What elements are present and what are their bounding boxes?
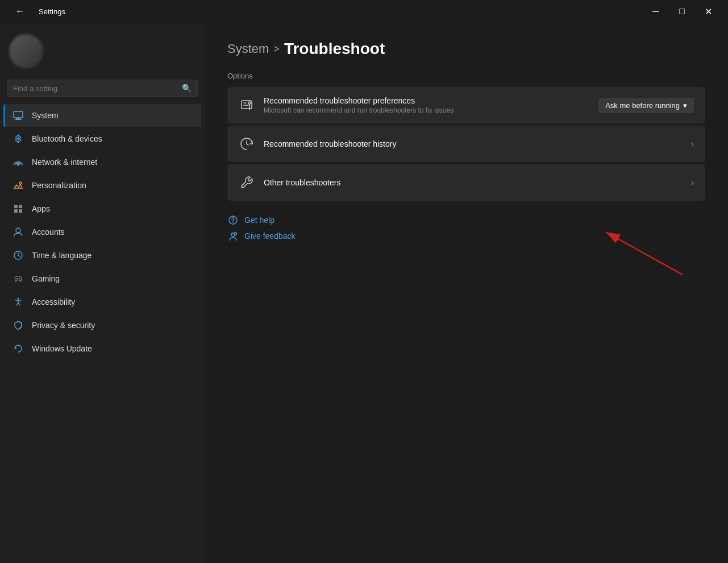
history-icon [239,136,255,152]
svg-point-9 [16,228,20,233]
svg-point-19 [232,222,234,223]
svg-rect-8 [19,209,22,213]
chevron-right-icon: › [691,177,694,188]
minimize-button[interactable]: ─ [643,2,669,20]
sidebar-item-label: Gaming [32,274,60,283]
sidebar-item-label: Bluetooth & devices [32,134,102,143]
bluetooth-icon [13,133,24,144]
window-controls: ─ □ ✕ [643,2,721,20]
give-feedback-link[interactable]: Give feedback [227,230,705,242]
titlebar-left: ← Settings [7,2,65,20]
svg-point-12 [20,279,21,280]
other-text: Other troubleshooters [264,178,682,187]
chevron-down-icon: ▾ [683,101,687,110]
update-icon [13,343,24,354]
sidebar-item-label: Accessibility [32,297,75,307]
sidebar-item-privacy[interactable]: Privacy & security [3,314,201,337]
accessibility-icon [13,296,24,308]
svg-rect-2 [15,119,22,121]
close-button[interactable]: ✕ [695,2,721,20]
section-label: Options [227,72,705,80]
give-feedback-label: Give feedback [244,231,296,241]
titlebar: ← Settings ─ □ ✕ [0,0,728,23]
svg-rect-6 [19,205,22,208]
options-list: Recommended troubleshooter preferences M… [227,87,705,201]
sidebar-item-accounts[interactable]: Accounts [3,221,201,243]
sidebar-item-label: Windows Update [32,344,92,353]
gaming-icon [13,273,24,284]
accounts-icon [13,226,24,238]
search-box[interactable]: 🔍 [7,80,198,97]
history-title: Recommended troubleshooter history [264,139,682,148]
get-help-link[interactable]: Get help [227,214,705,226]
svg-rect-7 [14,209,18,213]
sidebar-profile [0,23,205,77]
app-title: Settings [39,7,65,16]
prefs-icon [239,97,255,113]
svg-rect-5 [14,205,18,208]
search-container: 🔍 [0,77,205,104]
prefs-title: Recommended troubleshooter preferences [264,96,589,105]
other-action: › [691,177,694,188]
system-icon [13,110,24,121]
svg-point-18 [229,216,237,224]
svg-point-3 [18,164,19,165]
sidebar-item-label: Time & language [32,251,91,260]
apps-icon [13,203,24,214]
sidebar-item-time[interactable]: Time & language [3,244,201,267]
sidebar-item-label: Personalization [32,181,86,190]
network-icon [13,156,24,168]
other-title: Other troubleshooters [264,178,682,187]
history-text: Recommended troubleshooter history [264,139,682,148]
sidebar-item-apps[interactable]: Apps [3,197,201,220]
privacy-icon [13,320,24,331]
wrench-icon [239,175,255,191]
get-help-label: Get help [244,216,274,225]
recommended-history-option[interactable]: Recommended troubleshooter history › [227,126,705,162]
sidebar: 🔍 System [0,23,205,563]
sidebar-item-network[interactable]: Network & internet [3,151,201,173]
main-content: System > Troubleshoot Options Recomm [205,23,728,563]
back-button[interactable]: ← [7,2,33,20]
sidebar-item-bluetooth[interactable]: Bluetooth & devices [3,127,201,150]
get-help-icon [227,214,239,226]
recommended-prefs-option[interactable]: Recommended troubleshooter preferences M… [227,87,705,123]
prefs-subtitle: Microsoft can recommend and run troubles… [264,106,589,114]
breadcrumb: System > Troubleshoot [227,40,705,58]
svg-point-4 [19,182,22,184]
prefs-text: Recommended troubleshooter preferences M… [264,96,589,114]
svg-rect-0 [14,111,23,118]
ask-before-running-dropdown[interactable]: Ask me before running ▾ [598,98,694,113]
sidebar-item-label: Network & internet [32,158,97,167]
other-troubleshooters-option[interactable]: Other troubleshooters › [227,164,705,201]
sidebar-item-gaming[interactable]: Gaming [3,267,201,290]
sidebar-item-accessibility[interactable]: Accessibility [3,291,201,313]
give-feedback-icon [227,230,239,242]
time-icon [13,250,24,261]
breadcrumb-parent: System [227,42,269,56]
prefs-action: Ask me before running ▾ [598,98,694,113]
sidebar-item-label: Privacy & security [32,321,95,330]
page-title: Troubleshoot [284,40,385,58]
history-action: › [691,139,694,149]
search-input[interactable] [13,84,177,93]
sidebar-item-label: System [32,111,59,120]
sidebar-nav: System Bluetooth & devices [0,104,205,361]
sidebar-item-personalization[interactable]: Personalization [3,174,201,197]
avatar [9,34,43,68]
chevron-right-icon: › [691,139,694,149]
app-container: 🔍 System [0,23,728,563]
sidebar-item-update[interactable]: Windows Update [3,337,201,360]
search-icon: 🔍 [182,84,192,93]
sidebar-item-label: Apps [32,204,50,213]
personalization-icon [13,180,24,191]
breadcrumb-separator: > [273,43,280,55]
svg-point-21 [234,233,237,235]
help-links: Get help Give feedback [227,214,705,242]
svg-point-13 [18,298,19,300]
sidebar-item-system[interactable]: System [3,104,201,127]
maximize-button[interactable]: □ [669,2,695,20]
sidebar-item-label: Accounts [32,227,65,237]
